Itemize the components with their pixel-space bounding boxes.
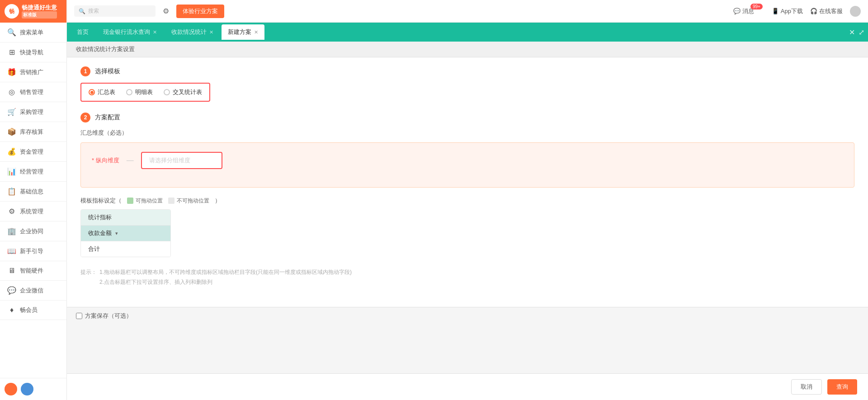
sidebar-item-newbie[interactable]: 📖 新手引导 bbox=[0, 241, 66, 261]
avatar-2[interactable] bbox=[21, 383, 33, 395]
form-body: 1 选择模板 汇总表 明细表 bbox=[67, 57, 868, 307]
sidebar-item-enterprise[interactable]: 🏢 企业协同 bbox=[0, 221, 66, 241]
tab-collection[interactable]: 收款情况统计 ✕ bbox=[165, 24, 220, 40]
radio-cross-circle bbox=[164, 89, 170, 95]
main-area: 🔍 搜索 ⚙ 体验行业方案 💬 消息 99+ 📱 App下载 🎧 在线客服 bbox=[67, 0, 868, 400]
metrics-col-label: 收款金额 bbox=[88, 229, 112, 237]
message-badge: 99+ bbox=[750, 4, 763, 9]
tab-cashflow[interactable]: 现金银行流水查询 ✕ bbox=[97, 24, 163, 40]
chart-icon: 📊 bbox=[7, 167, 16, 176]
search-placeholder: 搜索 bbox=[88, 7, 99, 15]
metrics-total-row: 合计 bbox=[81, 241, 170, 257]
sidebar-item-purchase[interactable]: 🛒 采购管理 bbox=[0, 102, 66, 122]
sidebar-logo: 畅 畅捷通好生意 标准版 bbox=[0, 0, 66, 23]
search-icon: 🔍 bbox=[79, 8, 85, 14]
tab-collection-close[interactable]: ✕ bbox=[209, 29, 213, 35]
tab-home[interactable]: 首页 bbox=[71, 24, 95, 40]
dimension-area: * 纵向维度 — 请选择分组维度 bbox=[80, 142, 854, 188]
save-checkbox-label[interactable]: 方案保存（可选） bbox=[76, 312, 132, 320]
close-window-icon[interactable]: ✕ bbox=[849, 28, 855, 37]
sidebar-item-marketing[interactable]: 🎁 营销推广 bbox=[0, 62, 66, 82]
industry-button[interactable]: 体验行业方案 bbox=[176, 5, 224, 18]
sidebar-item-wechat[interactable]: 💬 企业微信 bbox=[0, 281, 66, 301]
sidebar-label-sales: 销售管理 bbox=[20, 88, 43, 96]
sidebar-label-finance: 资金管理 bbox=[20, 148, 43, 156]
radio-cross[interactable]: 交叉统计表 bbox=[164, 88, 202, 96]
vertical-dim-label: * 纵向维度 bbox=[92, 156, 119, 165]
radio-summary-circle bbox=[89, 89, 95, 95]
download-item[interactable]: 📱 App下载 bbox=[772, 7, 803, 15]
chevron-down-icon: ▾ bbox=[115, 231, 118, 236]
tab-new-plan-close[interactable]: ✕ bbox=[254, 29, 258, 35]
tip-line-1: 提示： 1.拖动标题栏可以调整布局，不可跨维度或指标区域拖动栏目字段(只能在同一… bbox=[80, 268, 854, 278]
sidebar: 畅 畅捷通好生意 标准版 🔍 搜索菜单 ⊞ 快捷导航 🎁 营销推广 ◎ 销售管理… bbox=[0, 0, 67, 400]
legend-nodrag: 不可拖动位置 bbox=[168, 197, 209, 205]
sidebar-item-basic[interactable]: 📋 基础信息 bbox=[0, 182, 66, 202]
sidebar-item-member[interactable]: ♦ 畅会员 bbox=[0, 301, 66, 320]
clipboard-icon: 📋 bbox=[7, 187, 16, 196]
step1-section: 1 选择模板 汇总表 明细表 bbox=[80, 66, 854, 102]
box-icon: 📦 bbox=[7, 127, 16, 136]
sidebar-item-sales[interactable]: ◎ 销售管理 bbox=[0, 82, 66, 102]
header-search[interactable]: 🔍 搜索 bbox=[74, 5, 156, 17]
sidebar-item-hardware[interactable]: 🖥 智能硬件 bbox=[0, 261, 66, 281]
save-checkbox[interactable] bbox=[76, 313, 82, 319]
sidebar-item-nav[interactable]: ⊞ 快捷导航 bbox=[0, 42, 66, 62]
metrics-section-header: 统计指标 bbox=[81, 210, 170, 226]
content-area: 收款情况统计方案设置 1 选择模板 汇总表 bbox=[67, 42, 868, 373]
arrow-icon: — bbox=[127, 156, 134, 165]
message-item[interactable]: 💬 消息 99+ bbox=[733, 7, 764, 15]
sidebar-item-search[interactable]: 🔍 搜索菜单 bbox=[0, 23, 66, 42]
tab-cashflow-close[interactable]: ✕ bbox=[153, 29, 157, 35]
page-title: 收款情况统计方案设置 bbox=[67, 42, 868, 57]
tips-prefix: 提示： bbox=[80, 268, 97, 278]
sales-icon: ◎ bbox=[7, 88, 16, 96]
radio-detail[interactable]: 明细表 bbox=[126, 88, 153, 96]
radio-detail-circle bbox=[126, 89, 132, 95]
bottom-action-bar: 取消 查询 bbox=[67, 373, 868, 400]
dimension-row: * 纵向维度 — 请选择分组维度 bbox=[92, 152, 843, 169]
message-icon: 💬 bbox=[733, 8, 741, 14]
metrics-table: 统计指标 收款金额 ▾ 合计 bbox=[80, 209, 171, 257]
avatar-1[interactable] bbox=[5, 383, 17, 395]
dim-select-box[interactable]: 请选择分组维度 bbox=[141, 152, 222, 169]
service-icon: 🎧 bbox=[810, 8, 817, 14]
tab-new-plan[interactable]: 新建方案 ✕ bbox=[222, 24, 264, 40]
money-icon: 💰 bbox=[7, 147, 16, 156]
tip1-text: 1.拖动标题栏可以调整布局，不可跨维度或指标区域拖动栏目字段(只能在同一维度或指… bbox=[99, 268, 352, 278]
monitor-icon: 🖥 bbox=[7, 267, 16, 275]
nodrag-label: 不可拖动位置 bbox=[177, 197, 209, 205]
step2-header: 2 方案配置 bbox=[80, 113, 854, 122]
expand-icon[interactable]: ⤢ bbox=[859, 28, 864, 37]
step1-num: 1 bbox=[80, 66, 90, 76]
sidebar-label-enterprise: 企业协同 bbox=[20, 227, 43, 235]
gear-icon: ⚙ bbox=[7, 207, 16, 216]
radio-detail-label: 明细表 bbox=[135, 88, 153, 96]
tab-bar: 首页 现金银行流水查询 ✕ 收款情况统计 ✕ 新建方案 ✕ ✕ ⤢ bbox=[67, 23, 868, 42]
save-label: 方案保存（可选） bbox=[85, 312, 132, 320]
user-item[interactable] bbox=[850, 6, 861, 17]
cancel-button[interactable]: 取消 bbox=[791, 379, 822, 395]
sidebar-item-inventory[interactable]: 📦 库存核算 bbox=[0, 122, 66, 142]
tip-line-2: 提示： 2.点击标题栏下拉可设置排序、插入列和删除列 bbox=[80, 278, 854, 287]
query-button[interactable]: 查询 bbox=[827, 379, 857, 395]
form-footer: 方案保存（可选） bbox=[67, 307, 868, 325]
sidebar-label-inventory: 库存核算 bbox=[20, 128, 43, 136]
drag-label: 可拖动位置 bbox=[136, 197, 163, 205]
building-icon: 🏢 bbox=[7, 227, 16, 235]
logo-text: 畅捷通好生意 bbox=[22, 4, 57, 11]
diamond-icon: ♦ bbox=[7, 306, 16, 314]
settings-icon[interactable]: ⚙ bbox=[163, 7, 169, 15]
dimension-section-label: 汇总维度（必选） bbox=[80, 129, 854, 137]
user-avatar bbox=[850, 6, 861, 17]
service-item[interactable]: 🎧 在线客服 bbox=[810, 7, 843, 15]
search-icon: 🔍 bbox=[7, 28, 16, 37]
sidebar-item-finance[interactable]: 💰 资金管理 bbox=[0, 142, 66, 162]
grid-icon: ⊞ bbox=[7, 48, 16, 56]
sidebar-item-operation[interactable]: 📊 经营管理 bbox=[0, 162, 66, 182]
chat-icon: 💬 bbox=[7, 286, 16, 295]
tab-collection-label: 收款情况统计 bbox=[171, 28, 207, 36]
metrics-col-header[interactable]: 收款金额 ▾ bbox=[81, 226, 170, 241]
sidebar-item-system[interactable]: ⚙ 系统管理 bbox=[0, 202, 66, 221]
radio-summary[interactable]: 汇总表 bbox=[89, 88, 115, 96]
